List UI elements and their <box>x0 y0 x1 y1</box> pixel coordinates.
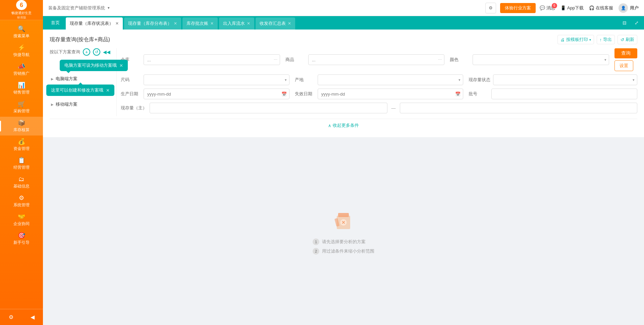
mfg-date-input[interactable] <box>144 89 289 99</box>
batch-row: 批号 <box>469 89 637 99</box>
exp-date-label: 失效日期 <box>295 91 315 97</box>
sidebar-item-inventory[interactable]: 📦 库存核算 <box>0 117 43 136</box>
query-title-row: 现存量查询(按仓库+商品) 🖨 按模板打印 ▾ ↑ 导出 ↺ 刷新 <box>50 35 637 44</box>
search-button[interactable]: 查询 <box>614 48 637 58</box>
tooltip-create-scheme-close[interactable]: ✕ <box>106 88 110 93</box>
empty-steps: 1 请先选择要分析的方案 2 用过滤条件来缩小分析范围 <box>313 238 374 255</box>
goods-input[interactable] <box>308 54 445 65</box>
sidebar-item-purchase[interactable]: 🛒 采购管理 <box>0 98 43 117</box>
goods-label: 商品 <box>285 57 306 63</box>
empty-step-1: 1 请先选择要分析的方案 <box>313 238 374 245</box>
print-button[interactable]: 🖨 按模板打印 ▾ <box>557 35 594 44</box>
sidebar-item-quick-nav[interactable]: ⚡ 快捷导航 <box>0 42 43 60</box>
phone-icon: 📱 <box>560 5 566 10</box>
headset-icon: 🎧 <box>589 5 594 10</box>
sidebar-item-system[interactable]: ⚙ 系统管理 <box>0 192 43 211</box>
filter-add-button[interactable]: + <box>83 48 90 56</box>
logo-icon: 6 <box>16 0 27 10</box>
collapse-conditions-button[interactable]: ∧ 收起更多条件 <box>50 119 637 132</box>
color-select-wrapper: ▾ <box>473 54 609 65</box>
tooltip-scheme-close[interactable]: ✕ <box>119 63 123 68</box>
system-dropdown-icon: ▾ <box>108 6 110 10</box>
system-icon: ⚙ <box>19 195 24 201</box>
empty-state: 1 请先选择要分析的方案 2 用过滤条件来缩小分析范围 <box>43 137 644 325</box>
pc-expand-icon: ▶ <box>51 77 54 81</box>
origin-input[interactable] <box>318 74 464 85</box>
sidebar-item-marketing[interactable]: 📣 营销推广 <box>0 60 43 79</box>
stock-status-input[interactable] <box>493 74 637 85</box>
refresh-button[interactable]: ↺ 刷新 <box>618 35 637 44</box>
online-service-button[interactable]: 🎧 在线客服 <box>589 5 613 11</box>
size-label: 尺码 <box>121 77 141 83</box>
app-download-button[interactable]: 📱 App下载 <box>560 5 584 11</box>
tab-close-inventory-status[interactable]: ✕ <box>115 21 119 26</box>
export-button[interactable]: ↑ 导出 <box>597 35 615 44</box>
search-icon: 🔍 <box>18 26 25 32</box>
scheme-group-mobile: ▶ 移动端方案 <box>50 101 112 108</box>
batch-label: 批号 <box>469 91 489 97</box>
topbar: 装备及固定资产辅助管理系统 ▾ ⚙ 体验行业方案 💬 消息 6 📱 App下载 … <box>43 0 644 16</box>
size-row: 尺码 ▾ <box>121 74 289 85</box>
tab-close-in-out-flow[interactable]: ✕ <box>247 21 250 26</box>
color-row: 颜色 ▾ <box>450 54 609 65</box>
size-input[interactable] <box>144 74 289 85</box>
user-button[interactable]: 👤 用户 <box>619 3 639 13</box>
tab-close-batch-account[interactable]: ✕ <box>210 21 214 26</box>
sidebar-item-purchase-label: 采购管理 <box>13 108 30 114</box>
sidebar-item-operations[interactable]: 📋 经营管理 <box>0 154 43 173</box>
notice-button[interactable]: 💬 消息 6 <box>540 5 555 11</box>
topbar-settings-button[interactable]: ⚙ <box>485 3 496 13</box>
industry-solution-button[interactable]: 体验行业方案 <box>500 3 536 13</box>
finance-icon: 💰 <box>18 139 25 145</box>
sidebar-settings-btn[interactable]: ⚙ <box>7 313 15 322</box>
reset-button[interactable]: 设置 <box>614 60 633 71</box>
sidebar-item-guide-label: 新手引导 <box>13 240 30 246</box>
export-icon: ↑ <box>600 37 602 42</box>
sidebar-item-sales[interactable]: 📊 销售管理 <box>0 79 43 98</box>
batch-input[interactable] <box>491 89 637 99</box>
tab-inventory-dist[interactable]: 现存量（库存分布表） ✕ <box>124 17 181 30</box>
sidebar-item-basic-info-label: 基础信息 <box>13 183 30 189</box>
tab-close-inventory-dist[interactable]: ✕ <box>174 21 177 26</box>
tab-expand-button[interactable]: ⤢ <box>632 18 641 28</box>
scheme-parent-mobile[interactable]: ▶ 移动端方案 <box>50 101 112 108</box>
sidebar-logo: 6 畅捷通好生意 标准版 <box>0 0 43 20</box>
stock-qty-min-input[interactable] <box>150 103 387 113</box>
origin-label: 产地 <box>295 77 315 83</box>
main-area: 装备及固定资产辅助管理系统 ▾ ⚙ 体验行业方案 💬 消息 6 📱 App下载 … <box>43 0 644 325</box>
empty-step-2: 2 用过滤条件来缩小分析范围 <box>313 248 374 255</box>
scheme-tree: ▶ 电脑端方案 按货品 这里可以创建和修改方案哦 ✕ <box>50 74 112 110</box>
goods-row: 商品 ⋯ <box>285 54 445 65</box>
warehouse-input[interactable] <box>144 54 280 65</box>
purchase-icon: 🛒 <box>18 101 25 107</box>
goods-select-wrapper: ⋯ <box>308 54 445 65</box>
sidebar-item-enterprise[interactable]: 🤝 企业协同 <box>0 211 43 229</box>
filter-back-button[interactable]: ◀◀ <box>103 48 110 56</box>
sidebar-item-sales-label: 销售管理 <box>13 90 30 95</box>
tabbar-right: ⊟ ⤢ <box>620 18 641 28</box>
tab-minimize-button[interactable]: ⊟ <box>620 18 629 28</box>
tab-home[interactable]: 首页 <box>46 16 65 30</box>
sidebar-item-finance[interactable]: 💰 资金管理 <box>0 136 43 154</box>
mfg-date-label: 生产日期 <box>121 91 141 97</box>
sidebar-item-search[interactable]: 🔍 搜索菜单 <box>0 23 43 42</box>
tab-inventory-status[interactable]: 现存量（库存状况表） ✕ <box>66 17 123 30</box>
operations-icon: 📋 <box>18 157 25 163</box>
mfg-date-row: 生产日期 📅 <box>121 89 289 99</box>
stock-qty-max-input[interactable] <box>400 103 638 113</box>
mfg-date-wrapper: 📅 <box>144 89 289 99</box>
sidebar-item-system-label: 系统管理 <box>13 202 30 208</box>
exp-date-input[interactable] <box>318 89 464 99</box>
color-input[interactable] <box>473 54 609 65</box>
tab-collect-summary[interactable]: 收发存汇总表 ✕ <box>256 17 295 30</box>
sidebar-collapse-btn[interactable]: ◀ <box>29 313 36 322</box>
filter-refresh-button[interactable]: ↺ <box>93 48 100 56</box>
notice-badge: 6 <box>552 3 557 8</box>
size-select-wrapper: ▾ <box>144 74 289 85</box>
tab-in-out-flow[interactable]: 出入库流水 ✕ <box>219 17 254 30</box>
sidebar-item-guide[interactable]: 🎯 新手引导 <box>0 229 43 248</box>
tab-close-collect-summary[interactable]: ✕ <box>288 21 291 26</box>
tab-batch-account[interactable]: 库存批次账 ✕ <box>182 17 218 30</box>
sidebar-item-basic-info[interactable]: 🗂 基础信息 <box>0 173 43 192</box>
logo-text: 畅捷通好生意 标准版 <box>11 11 32 20</box>
